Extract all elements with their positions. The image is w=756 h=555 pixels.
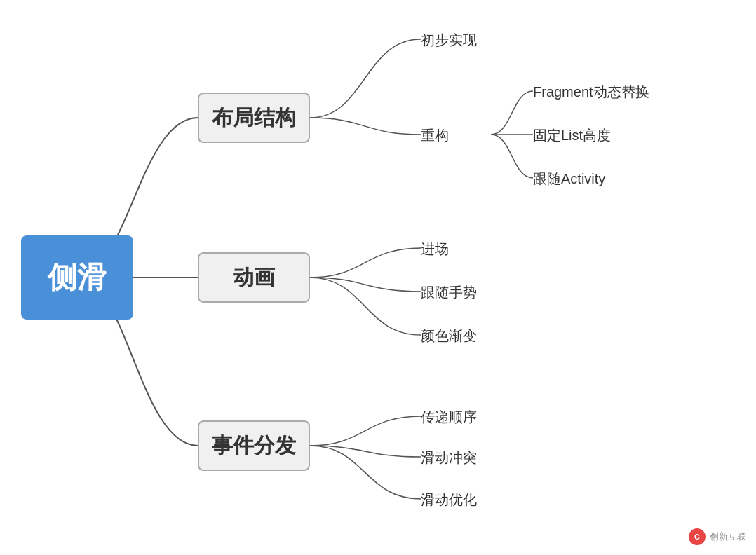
leaf-huadong-chongtu-label: 滑动冲突: [421, 448, 477, 467]
leaf-gensui-activity: 跟随Activity: [533, 170, 605, 189]
watermark-icon-text: C: [694, 533, 700, 541]
leaf-gudinglist: 固定List高度: [533, 126, 611, 145]
leaf-huadong-youhua: 滑动优化: [421, 491, 477, 509]
leaf-huadong-chongtu: 滑动冲突: [421, 448, 477, 467]
leaf-chuandi: 传递顺序: [421, 408, 477, 427]
leaf-gensui-shouji-label: 跟随手势: [421, 283, 477, 302]
leaf-huadong-youhua-label: 滑动优化: [421, 491, 477, 509]
watermark-icon: C: [689, 528, 706, 545]
leaf-fragment: Fragment动态替换: [533, 83, 649, 102]
root-node: 侧滑: [21, 235, 133, 320]
category-layout-label: 布局结构: [212, 104, 296, 132]
leaf-chonggou-label: 重构: [421, 126, 449, 145]
leaf-gensui-activity-label: 跟随Activity: [533, 170, 605, 189]
leaf-gudinglist-label: 固定List高度: [533, 126, 611, 145]
watermark-text: 创新互联: [710, 530, 746, 543]
category-animation: 动画: [198, 252, 310, 303]
leaf-gensui-shouji: 跟随手势: [421, 283, 477, 302]
watermark: C 创新互联: [689, 528, 746, 545]
leaf-jinchang-label: 进场: [421, 240, 449, 259]
mind-map: 侧滑 布局结构 动画 事件分发 初步实现 重构 Fragment动态替换 固定L…: [0, 0, 756, 555]
leaf-fragment-label: Fragment动态替换: [533, 83, 649, 102]
leaf-chubu-label: 初步实现: [421, 31, 477, 50]
leaf-chonggou: 重构: [421, 126, 449, 145]
category-animation-label: 动画: [233, 263, 275, 292]
leaf-chuandi-label: 传递顺序: [421, 408, 477, 427]
category-events-label: 事件分发: [212, 432, 296, 460]
leaf-jinchang: 进场: [421, 240, 449, 259]
leaf-yanse-label: 颜色渐变: [421, 327, 477, 345]
leaf-chubu: 初步实现: [421, 31, 477, 50]
root-label: 侧滑: [48, 258, 107, 297]
leaf-yanse: 颜色渐变: [421, 327, 477, 345]
category-events: 事件分发: [198, 420, 310, 471]
category-layout: 布局结构: [198, 92, 310, 143]
